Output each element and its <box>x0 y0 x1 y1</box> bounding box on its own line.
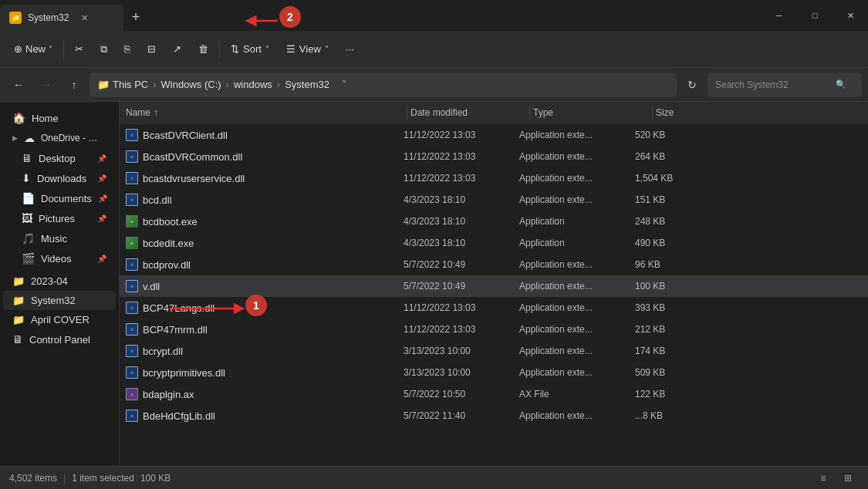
header-name-label: Name <box>126 107 150 118</box>
share-button[interactable]: ↗ <box>165 35 189 63</box>
table-row[interactable]: a bdaplgin.ax 5/7/2022 10:50 AX File 122… <box>120 383 868 405</box>
header-type[interactable]: Type <box>533 107 649 118</box>
path-folder-icon: 📁 <box>97 79 110 90</box>
tab-close-button[interactable]: ✕ <box>78 12 90 24</box>
file-name: bdaplgin.ax <box>143 389 194 400</box>
cut-icon: ✂ <box>75 43 83 55</box>
table-row[interactable]: e bcdedit.exe 4/3/2023 18:10 Application… <box>120 232 868 254</box>
sidebar-item-music[interactable]: 🎵 Music <box>3 228 116 248</box>
up-button[interactable]: ↑ <box>62 73 86 97</box>
sidebar-label-music: Music <box>41 233 67 244</box>
file-size: 151 KB <box>635 194 704 205</box>
file-rows-container: d BcastDVRClient.dll 11/12/2022 13:03 Ap… <box>120 124 868 427</box>
desktop-icon: 🖥 <box>22 152 32 164</box>
table-row[interactable]: d bcryptprimitives.dll 3/13/2023 10:00 A… <box>120 362 868 383</box>
dll-icon: d <box>126 172 138 184</box>
file-size: 264 KB <box>635 151 704 162</box>
table-row[interactable]: d BCP47mrm.dll 11/12/2022 13:03 Applicat… <box>120 319 868 340</box>
close-window-button[interactable]: ✕ <box>833 0 868 31</box>
sidebar-item-desktop[interactable]: 🖥 Desktop 📌 <box>3 148 116 168</box>
file-name-cell: d bcastdvruserservice.dll <box>126 172 404 184</box>
path-dropdown-chevron[interactable]: ˅ <box>336 73 354 97</box>
header-name[interactable]: Name ↑ <box>126 107 404 118</box>
folder-april-icon: 📁 <box>12 314 25 325</box>
file-date: 11/12/2022 13:03 <box>404 130 519 140</box>
back-button[interactable]: ← <box>6 73 31 97</box>
refresh-button[interactable]: ↻ <box>680 73 704 97</box>
dll-icon: d <box>126 345 138 357</box>
sort-label: Sort <box>243 43 262 55</box>
table-row[interactable]: d bcd.dll 4/3/2023 18:10 Application ext… <box>120 189 868 211</box>
grid-view-button[interactable]: ⊞ <box>837 470 859 487</box>
cut-button[interactable]: ✂ <box>67 35 91 63</box>
header-sort-icon: ↑ <box>154 107 158 118</box>
sidebar: 🏠 Home ▶ ☁ OneDrive - Persi 🖥 Desktop 📌 … <box>0 102 120 466</box>
table-row[interactable]: d BCP47Langs.dll 11/12/2022 13:03 Applic… <box>120 297 868 319</box>
dll-icon: d <box>126 366 138 379</box>
table-row[interactable]: d v.dll 5/7/2022 10:49 Application exte.… <box>120 275 868 297</box>
table-row[interactable]: d bcastdvruserservice.dll 11/12/2022 13:… <box>120 167 868 189</box>
compress-button[interactable]: ⊟ <box>140 35 164 63</box>
file-size: 122 KB <box>635 389 704 400</box>
sort-button[interactable]: ⇅ Sort ˅ <box>223 35 277 63</box>
header-date[interactable]: Date modified <box>410 107 526 118</box>
sidebar-label-desktop: Desktop <box>39 153 76 164</box>
copy-icon: ⧉ <box>100 43 107 56</box>
search-box[interactable]: 🔍 <box>708 73 862 97</box>
delete-button[interactable]: 🗑 <box>191 35 216 63</box>
file-name: bcd.dll <box>143 194 172 206</box>
table-row[interactable]: d BcastDVRCommon.dll 11/12/2022 13:03 Ap… <box>120 146 868 167</box>
forward-button[interactable]: → <box>34 73 59 97</box>
sidebar-item-documents[interactable]: 📄 Documents 📌 <box>3 188 116 208</box>
music-icon: 🎵 <box>22 232 35 244</box>
more-button[interactable]: ··· <box>338 35 362 63</box>
new-tab-button[interactable]: + <box>123 5 148 29</box>
dll-icon: d <box>126 323 138 336</box>
downloads-pin: 📌 <box>97 174 106 183</box>
annotation-2: 2 <box>279 6 301 28</box>
file-date: 5/7/2022 10:49 <box>404 259 519 270</box>
sidebar-item-videos[interactable]: 🎬 Videos 📌 <box>3 248 116 268</box>
table-row[interactable]: d bcdprov.dll 5/7/2022 10:49 Application… <box>120 254 868 275</box>
file-date: 11/12/2022 13:03 <box>404 173 519 184</box>
sidebar-item-system32[interactable]: 📁 System32 <box>3 291 116 310</box>
table-row[interactable]: d BcastDVRClient.dll 11/12/2022 13:03 Ap… <box>120 124 868 146</box>
paste-button[interactable]: ⎘ <box>117 35 138 63</box>
table-row[interactable]: e bcdboot.exe 4/3/2023 18:10 Application… <box>120 211 868 232</box>
list-view-button[interactable]: ≡ <box>812 470 834 487</box>
view-button[interactable]: ☰ View ˅ <box>279 35 336 63</box>
address-path[interactable]: 📁 This PC › Windows (C:) › windows › Sys… <box>90 73 677 97</box>
sidebar-item-onedrive[interactable]: ▶ ☁ OneDrive - Persi <box>3 128 116 148</box>
maximize-button[interactable]: □ <box>797 0 833 31</box>
sidebar-item-april-cover[interactable]: 📁 April COVER <box>3 310 116 329</box>
sidebar-item-downloads[interactable]: ⬇ Downloads 📌 <box>3 168 116 188</box>
onedrive-toggle: ▶ <box>12 134 18 142</box>
sort-chevron: ˅ <box>265 45 269 53</box>
copy-button[interactable]: ⧉ <box>93 35 115 63</box>
minimize-button[interactable]: ─ <box>762 0 797 31</box>
paste-icon: ⎘ <box>124 43 130 55</box>
file-size: 212 KB <box>635 324 704 335</box>
active-tab[interactable]: 📁 System32 ✕ <box>0 5 123 31</box>
file-name-cell: d BcastDVRClient.dll <box>126 129 404 141</box>
file-name-cell: e bcdedit.exe <box>126 237 404 249</box>
sidebar-item-home[interactable]: 🏠 Home <box>3 108 116 128</box>
sidebar-item-control-panel[interactable]: 🖥 Control Panel <box>3 329 116 349</box>
dll-icon: d <box>126 280 138 292</box>
file-type: Application exte... <box>519 259 635 270</box>
status-sep-1: | <box>63 473 66 484</box>
table-row[interactable]: d BdeHdCfgLib.dll 5/7/2022 11:40 Applica… <box>120 405 868 427</box>
path-system32: System32 <box>285 79 329 90</box>
file-date: 4/3/2023 18:10 <box>404 238 519 248</box>
sidebar-item-2023-04[interactable]: 📁 2023-04 <box>3 271 116 291</box>
new-button[interactable]: ⊕ New ˅ <box>6 35 60 63</box>
exe-icon: e <box>126 237 138 249</box>
col-divider-1 <box>407 105 407 120</box>
table-row[interactable]: d bcrypt.dll 3/13/2023 10:00 Application… <box>120 340 868 362</box>
search-input[interactable] <box>715 79 831 90</box>
control-panel-icon: 🖥 <box>12 333 23 346</box>
sidebar-item-pictures[interactable]: 🖼 Pictures 📌 <box>3 208 116 228</box>
header-size[interactable]: Size <box>656 107 725 118</box>
documents-pin: 📌 <box>98 194 107 203</box>
pictures-pin: 📌 <box>97 214 106 223</box>
